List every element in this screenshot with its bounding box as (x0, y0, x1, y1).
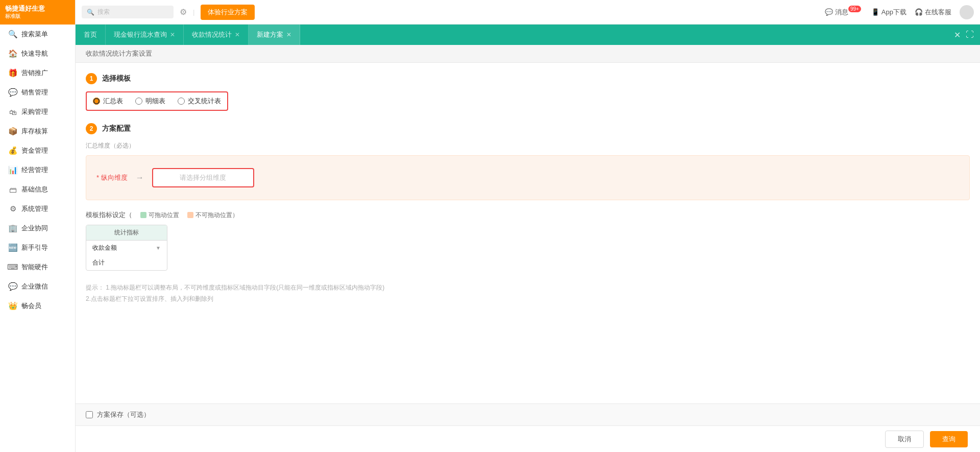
sidebar-item-hardware[interactable]: ⌨ 智能硬件 (0, 257, 75, 277)
dropdown-arrow-0[interactable]: ▼ (156, 245, 161, 251)
sidebar-item-enterprise[interactable]: 🏢 企业协同 (0, 219, 75, 238)
sidebar-item-sales[interactable]: 💬 销售管理 (0, 83, 75, 102)
dimension-placeholder[interactable]: 请选择分组维度 (152, 168, 254, 187)
settings-icon[interactable]: ⚙ (180, 7, 187, 17)
sidebar-item-guide[interactable]: 🆕 新手引导 (0, 238, 75, 257)
service-item[interactable]: 🎧 在线客服 (915, 8, 951, 17)
member-icon: 👑 (8, 301, 17, 311)
indicator-row-0[interactable]: 收款金额 ▼ (86, 241, 167, 255)
option-detail[interactable]: 明细表 (135, 97, 165, 106)
row-label: 纵向维度 (96, 173, 128, 182)
user-avatar[interactable] (960, 5, 974, 19)
marketing-icon: 🎁 (8, 68, 17, 78)
query-button[interactable]: 查询 (930, 431, 968, 447)
drag-dot (140, 212, 146, 218)
indicator-header: 模板指标设定（ 可拖动位置 不可拖动位置） (86, 210, 970, 220)
message-label: 消息 (835, 8, 848, 17)
option-cross[interactable]: 交叉统计表 (178, 97, 221, 106)
main-area: 🔍 搜索 ⚙ | 体验行业方案 💬 消息 99+ 📱 App下载 🎧 在线客服 (76, 0, 980, 452)
sidebar-item-label: 库存核算 (21, 127, 48, 136)
arrow-icon: → (136, 173, 144, 182)
sidebar-item-inventory[interactable]: 📦 库存核算 (0, 122, 75, 141)
logo-sub-text: 标准版 (5, 13, 45, 20)
maximize-icon[interactable]: ⛶ (966, 30, 974, 39)
indicator-row-1: 合计 (86, 255, 167, 270)
tabs-right-controls: ✕ ⛶ (948, 25, 980, 45)
sidebar-item-member[interactable]: 👑 畅会员 (0, 296, 75, 316)
step1-number: 1 (86, 73, 97, 84)
service-label: 在线客服 (925, 8, 951, 17)
sidebar-logo: 畅捷通好生意 标准版 (0, 0, 75, 25)
cancel-button[interactable]: 取消 (885, 431, 924, 448)
message-icon: 💬 (825, 8, 833, 16)
step2-title: 方案配置 (102, 124, 131, 133)
sidebar-item-label: 销售管理 (21, 88, 48, 97)
tips-section: 提示： 1.拖动标题栏可以调整布局，不可跨维度或指标区域拖动目字段(只能在同一维… (86, 282, 970, 304)
tab-bank-flow[interactable]: 现金银行流水查询 ✕ (106, 25, 184, 45)
new-plan-tab-close[interactable]: ✕ (286, 31, 291, 38)
sidebar-item-search-menu[interactable]: 🔍 搜索菜单 (0, 25, 75, 44)
save-label[interactable]: 方案保存（可选） (97, 410, 150, 419)
tip-2: 2.点击标题栏下拉可设置排序、插入列和删除列 (86, 294, 970, 305)
topbar-divider: | (193, 8, 194, 16)
sidebar-item-marketing[interactable]: 🎁 营销推广 (0, 63, 75, 83)
home-tab-label: 首页 (84, 30, 97, 39)
tab-home[interactable]: 首页 (76, 25, 106, 45)
logo-main-text: 畅捷通好生意 (5, 5, 45, 13)
bank-flow-tab-close[interactable]: ✕ (170, 31, 175, 38)
dimension-area: 纵向维度 → 请选择分组维度 (86, 155, 970, 200)
dimension-config: 汇总维度（必选） 纵向维度 → 请选择分组维度 (86, 141, 970, 200)
sales-icon: 💬 (8, 88, 17, 97)
drag-badge: 可拖动位置 (140, 211, 179, 220)
save-checkbox[interactable] (86, 411, 93, 418)
close-window-icon[interactable]: ✕ (954, 30, 961, 40)
hardware-icon: ⌨ (8, 263, 17, 272)
sidebar-item-label: 快速导航 (21, 49, 48, 58)
template-options: 汇总表 明细表 交叉统计表 (86, 91, 228, 111)
enterprise-icon: 🏢 (8, 224, 17, 233)
bottom-bar: 取消 查询 (76, 425, 980, 452)
sidebar-item-purchase[interactable]: 🛍 采购管理 (0, 102, 75, 122)
topbar-search[interactable]: 🔍 搜索 (82, 6, 174, 18)
save-section: 方案保存（可选） (76, 403, 980, 425)
sidebar-item-management[interactable]: 📊 经营管理 (0, 160, 75, 180)
radio-detail[interactable] (135, 98, 142, 105)
sidebar-item-label: 搜索菜单 (21, 30, 48, 39)
topbar: 🔍 搜索 ⚙ | 体验行业方案 💬 消息 99+ 📱 App下载 🎧 在线客服 (76, 0, 980, 25)
sidebar-item-label: 智能硬件 (21, 263, 48, 272)
download-item[interactable]: 📱 App下载 (871, 8, 906, 17)
indicator-title: 模板指标设定（ (86, 210, 132, 220)
service-icon: 🎧 (915, 8, 923, 16)
radio-summary[interactable] (93, 98, 100, 105)
message-item[interactable]: 💬 消息 99+ (825, 8, 863, 17)
tab-receipt-stats[interactable]: 收款情况统计 ✕ (184, 25, 249, 45)
option-summary-label: 汇总表 (103, 97, 123, 106)
dimension-title-text: 汇总维度（必选） (86, 142, 135, 149)
drag-label: 可拖动位置 (149, 211, 179, 220)
sidebar-item-wechat[interactable]: 💬 企业微信 (0, 277, 75, 296)
finance-icon: 💰 (8, 146, 17, 155)
sidebar-item-system[interactable]: ⚙ 系统管理 (0, 199, 75, 219)
tip-2-text: 2.点击标题栏下拉可设置排序、插入列和删除列 (86, 294, 213, 305)
indicator-table-header: 统计指标 (86, 225, 167, 241)
trial-button[interactable]: 体验行业方案 (201, 5, 255, 20)
no-drag-label: 不可拖动位置） (195, 211, 238, 220)
step1-header: 1 选择模板 (86, 73, 970, 84)
content-body: 1 选择模板 汇总表 明细表 交叉统计表 (76, 63, 980, 403)
sidebar-item-quick-nav[interactable]: 🏠 快速导航 (0, 44, 75, 63)
tab-new-plan[interactable]: 新建方案 ✕ (249, 25, 300, 45)
sidebar: 畅捷通好生意 标准版 🔍 搜索菜单 🏠 快速导航 🎁 营销推广 💬 销售管理 🛍… (0, 0, 76, 452)
sidebar-item-label: 新手引导 (21, 243, 48, 252)
option-summary[interactable]: 汇总表 (93, 97, 123, 106)
step2-number: 2 (86, 123, 97, 134)
page-content: 收款情况统计方案设置 1 选择模板 汇总表 明细表 (76, 45, 980, 425)
sidebar-item-basic-info[interactable]: 🗃 基础信息 (0, 180, 75, 199)
tip-1-text: 提示： 1.拖动标题栏可以调整布局，不可跨维度或指标区域拖动目字段(只能在同一维… (86, 282, 384, 294)
radio-cross[interactable] (178, 98, 185, 105)
sidebar-item-label: 资金管理 (21, 146, 48, 155)
receipt-stats-tab-close[interactable]: ✕ (235, 31, 240, 38)
option-cross-label: 交叉统计表 (188, 97, 221, 106)
receipt-stats-tab-label: 收款情况统计 (192, 30, 232, 39)
sidebar-item-finance[interactable]: 💰 资金管理 (0, 141, 75, 160)
wechat-icon: 💬 (8, 282, 17, 291)
